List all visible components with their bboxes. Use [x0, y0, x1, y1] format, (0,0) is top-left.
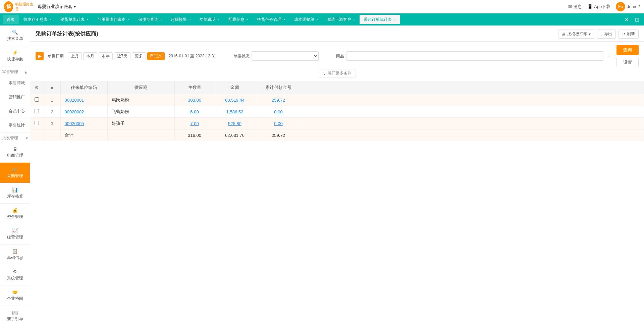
- sidebar-item-retail-mgmt[interactable]: 零售管理 ▲: [0, 66, 30, 76]
- filter-date-this-month[interactable]: 本月: [83, 52, 97, 60]
- sidebar-item-operations[interactable]: 📈 经营管理: [0, 224, 30, 245]
- page-header-actions: 🖨 按模板打印 ▾ ↓ 导出 ↺ 刷新: [558, 30, 639, 39]
- table-container: ⚙ # 往来单位编码 供应商 主数量 金额 累计付款金额 1: [30, 81, 644, 321]
- filter-status-select[interactable]: [252, 51, 319, 61]
- tab-close-chaochu[interactable]: ×: [189, 18, 191, 21]
- tab-chaochu[interactable]: 超储预警 ×: [167, 15, 195, 24]
- sidebar-item-ecommerce[interactable]: 🖥 电商管理: [0, 142, 30, 163]
- filter-goods-input[interactable]: [346, 51, 603, 61]
- sidebar-item-finance[interactable]: 💰 资金管理: [0, 204, 30, 224]
- tab-close-caigou[interactable]: ×: [394, 18, 396, 21]
- tab-close-yaohuo[interactable]: ×: [87, 18, 89, 21]
- inventory-icon: 📊: [12, 187, 18, 193]
- refresh-btn[interactable]: ↺ 刷新: [619, 30, 639, 39]
- row-idx: 2: [44, 106, 60, 118]
- filter-status-label: 单据状态: [233, 53, 250, 59]
- row-checkbox[interactable]: [30, 118, 44, 129]
- export-btn[interactable]: ↓ 导出: [597, 30, 616, 39]
- tab-gongneng[interactable]: 功能说明 ×: [196, 15, 224, 24]
- filter-expand-btn[interactable]: ▶: [36, 52, 44, 60]
- tab-close-chengben[interactable]: ×: [316, 18, 318, 21]
- avatar-abbr: Ea: [618, 4, 623, 9]
- row-paid[interactable]: 0.00: [255, 106, 302, 118]
- restore-tab-btn[interactable]: ⊡: [633, 16, 641, 23]
- workspace-selector[interactable]: 母婴行业演示账套 ▾: [38, 4, 76, 10]
- download-icon: 📱: [587, 4, 593, 9]
- filter-date-this-year[interactable]: 本年: [99, 52, 113, 60]
- row-qty[interactable]: 303.00: [174, 94, 215, 106]
- row-paid[interactable]: 0.00: [255, 118, 302, 129]
- sidebar: 🔍 搜索菜单 ⚡ 快捷导航 零售管理 ▲ 零售商城 营销推广 会员中心 零售统计…: [0, 25, 30, 321]
- app-download-btn[interactable]: 📱 App下载: [587, 4, 610, 10]
- query-btn[interactable]: 查询: [616, 45, 639, 55]
- user-area[interactable]: Ea demo2: [616, 2, 640, 11]
- filter-date-more[interactable]: 更多: [132, 52, 146, 60]
- tab-close-jianhuo[interactable]: ×: [283, 18, 285, 21]
- filter-date-last-month[interactable]: 上月: [68, 52, 82, 60]
- tab-peizhi[interactable]: 配置信息 ×: [224, 15, 253, 24]
- message-btn[interactable]: ✉ 消息: [568, 4, 582, 10]
- row-checkbox[interactable]: [30, 106, 44, 118]
- row-supplier: 惠氏奶粉: [107, 94, 174, 106]
- sidebar-item-retail-mall[interactable]: 零售商城: [0, 76, 30, 90]
- sidebar-item-wholesale-mgmt[interactable]: 批发管理 ▾: [0, 132, 30, 142]
- tab-close-baozhi[interactable]: ×: [160, 18, 162, 21]
- sidebar-item-retail-stat[interactable]: 零售统计: [0, 118, 30, 132]
- row-code[interactable]: 00020002: [60, 106, 107, 118]
- sidebar-item-inventory[interactable]: 📊 库存核算: [0, 183, 30, 204]
- row-amount[interactable]: 1,586.52: [215, 106, 255, 118]
- tab-close-keyong[interactable]: ×: [127, 18, 129, 21]
- tab-caigou-active[interactable]: 采购订单统计表 ×: [360, 15, 400, 24]
- tab-close-shoufacun[interactable]: ×: [50, 18, 52, 21]
- row-checkbox[interactable]: [30, 94, 44, 106]
- sidebar-item-system[interactable]: ⚙ 系统管理: [0, 265, 30, 285]
- purchase-icon: 🛒: [12, 167, 18, 172]
- th-settings[interactable]: ⚙: [30, 81, 44, 94]
- row-qty[interactable]: 7.00: [174, 118, 215, 129]
- tab-chengben[interactable]: 成本调整单 ×: [290, 15, 322, 24]
- sidebar-item-enterprise[interactable]: 🤝 企业协同: [0, 285, 30, 306]
- filter-more-icon[interactable]: ···: [607, 54, 610, 58]
- row-code[interactable]: 00020005: [60, 118, 107, 129]
- tab-yaoqing[interactable]: 邀请下游客户 ×: [323, 15, 359, 24]
- sidebar-item-member-center[interactable]: 会员中心: [0, 104, 30, 118]
- tab-baozhi[interactable]: 保质期查询 ×: [134, 15, 166, 24]
- tab-close-gongneng[interactable]: ×: [218, 18, 220, 21]
- logo-text: 畅捷通好生意: [15, 2, 34, 11]
- avatar: Ea: [616, 2, 625, 11]
- filter-action-btns: 查询 设置: [616, 45, 639, 67]
- column-settings-icon[interactable]: ⚙: [35, 85, 39, 90]
- print-btn[interactable]: 🖨 按模板打印 ▾: [558, 30, 594, 39]
- tab-yaohuo[interactable]: 要货单统计表 ×: [56, 15, 93, 24]
- tab-shoufacun[interactable]: 收发存汇总表 ×: [19, 15, 56, 24]
- finance-icon: 💰: [12, 208, 18, 213]
- filter-date-btns: 上月 本月 本年 近7天 更多 自定义: [68, 52, 165, 60]
- expand-more-btn[interactable]: ∨ 展开更多条件: [319, 69, 356, 77]
- sidebar-item-search[interactable]: 🔍 搜索菜单: [0, 25, 30, 46]
- sidebar-item-basic-info[interactable]: 📋 基础信息: [0, 245, 30, 265]
- tab-home[interactable]: 首页: [3, 15, 19, 24]
- tab-close-peizhi[interactable]: ×: [247, 18, 249, 21]
- footer-label: 合计: [60, 129, 107, 141]
- row-qty[interactable]: 6.00: [174, 106, 215, 118]
- settings-btn[interactable]: 设置: [616, 58, 639, 67]
- sidebar-item-quicknav[interactable]: ⚡ 快捷导航: [0, 46, 30, 66]
- row-amount[interactable]: 60,519.44: [215, 94, 255, 106]
- close-all-tabs-btn[interactable]: ✕: [623, 16, 631, 23]
- row-paid[interactable]: 259.72: [255, 94, 302, 106]
- message-icon: ✉: [568, 4, 572, 9]
- filter-date-7days[interactable]: 近7天: [114, 52, 130, 60]
- sidebar-item-newguide[interactable]: 📖 新手引导: [0, 306, 30, 321]
- sidebar-item-purchase[interactable]: 🛒 采购管理: [0, 163, 30, 183]
- table-row: 3 00020005 好孩子 7.00 525.80 0.00: [30, 118, 644, 129]
- filter-date-range: 2016-01-01 至 2023-12-31: [169, 53, 216, 59]
- tab-close-yaoqing[interactable]: ×: [353, 18, 355, 21]
- tab-jianhuo[interactable]: 拣货任务管理 ×: [253, 15, 289, 24]
- sidebar-item-marketing[interactable]: 营销推广: [0, 90, 30, 104]
- row-code[interactable]: 00020001: [60, 94, 107, 106]
- tab-keyong[interactable]: 可用量库存账本 ×: [93, 15, 133, 24]
- row-idx: 1: [44, 94, 60, 106]
- row-amount[interactable]: 525.80: [215, 118, 255, 129]
- row-extra: [302, 106, 644, 118]
- row-supplier: 飞鹤奶粉: [107, 106, 174, 118]
